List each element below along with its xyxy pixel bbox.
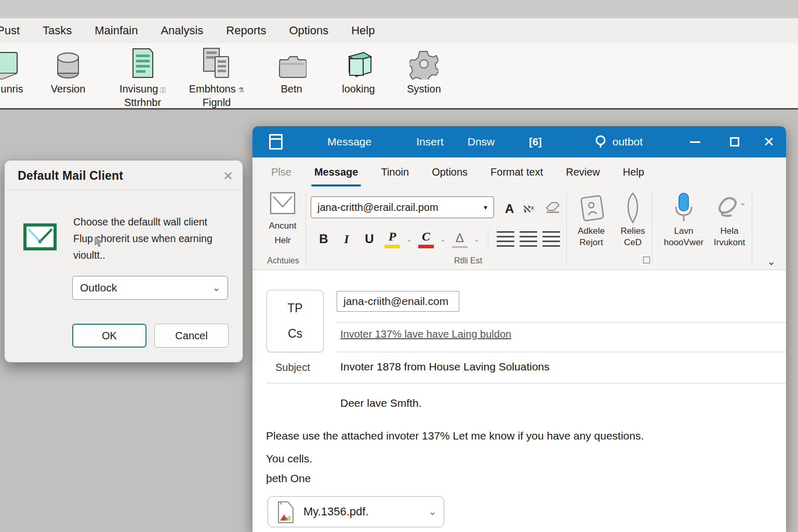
account-button[interactable]: Ancunt Helr xyxy=(262,191,303,246)
combo-dropdown-arrow-icon[interactable]: ▾ xyxy=(484,203,487,211)
menu-item-reports[interactable]: Reports xyxy=(226,24,266,37)
editor-swoosh-icon: ⌄ xyxy=(707,191,752,225)
clipped-green-icon xyxy=(0,47,28,79)
fontcolor-dropdown-icon[interactable]: ⌄ xyxy=(440,235,446,243)
dialog-launcher-icon[interactable] xyxy=(643,257,650,263)
tab-plse[interactable]: Plse xyxy=(266,159,297,185)
search-pin-icon[interactable] xyxy=(569,134,606,150)
toolbar-item-betn[interactable]: Betn xyxy=(268,47,315,95)
eraser-icon[interactable] xyxy=(543,201,561,217)
editor-button[interactable]: ⌄ Hela Irvukont xyxy=(707,191,752,248)
body-signature[interactable]: þeth One xyxy=(266,472,311,485)
underline-button[interactable]: U xyxy=(361,228,378,250)
field-divider xyxy=(267,383,786,383)
grow-font-button[interactable]: A xyxy=(505,202,514,216)
toolbar-item-unris[interactable]: unris xyxy=(0,47,35,95)
titlebar-insert-label[interactable]: Insert xyxy=(416,136,444,148)
subject-label: Subject xyxy=(275,362,310,374)
gear-icon xyxy=(409,47,438,79)
to-button[interactable]: TP xyxy=(287,301,302,315)
tab-options[interactable]: Options xyxy=(427,159,473,185)
field-divider xyxy=(337,322,786,323)
toolbar-item-looking[interactable]: looking xyxy=(334,47,383,95)
database-icon xyxy=(55,47,82,79)
align-left-icon[interactable] xyxy=(497,231,514,247)
mail-client-dropdown[interactable]: Outlock ⌄ xyxy=(72,276,228,300)
dialog-close-icon[interactable]: ✕ xyxy=(223,169,233,183)
from-address-combo[interactable]: jana-critth@erail.crail.pom ▾ xyxy=(311,196,494,218)
tab-review[interactable]: Review xyxy=(561,159,605,185)
field-divider xyxy=(337,352,786,352)
borders-button[interactable]: ∆ xyxy=(451,228,469,250)
menu-item-tasks[interactable]: Tasks xyxy=(43,24,72,37)
align-right-icon[interactable] xyxy=(542,231,560,247)
subject-field-value[interactable]: Invoter 1878 from House Laving Soluation… xyxy=(340,361,550,373)
toolbar: unris Version Invisung⚿ Sttrhnbr Embhton… xyxy=(0,43,798,110)
dialog-divider xyxy=(5,190,243,190)
menu-item-mainfain[interactable]: Mainfain xyxy=(95,24,138,37)
link-bracket-icon[interactable]: [6] xyxy=(529,136,541,148)
ok-button[interactable]: OK xyxy=(72,324,147,348)
cc-field-value[interactable]: Invoter 137% lave have Laing buldon xyxy=(340,328,511,340)
ribbon-separator xyxy=(566,192,567,264)
toolbar-item-label: Invisung⚿ xyxy=(119,83,166,96)
bold-button[interactable]: B xyxy=(315,228,332,250)
attachment-name: My.1356.pdf. xyxy=(303,505,369,518)
attachment-chevron-icon[interactable]: ⌄ xyxy=(429,506,436,517)
italic-button[interactable]: I xyxy=(338,228,355,250)
font-effects-button[interactable]: ℵˣ xyxy=(523,203,534,215)
folder-icon xyxy=(276,47,307,79)
mouse-cursor-icon xyxy=(94,236,103,250)
minimize-button[interactable] xyxy=(683,126,707,157)
tab-format-text[interactable]: Format text xyxy=(485,159,548,185)
borders-dropdown-icon[interactable]: ⌄ xyxy=(474,235,480,243)
maximize-button[interactable] xyxy=(723,126,747,157)
body-signoff[interactable]: You cells. xyxy=(266,453,312,465)
toolbar-item-label: Betn xyxy=(281,83,302,95)
microphone-icon xyxy=(660,191,708,225)
mail-titlebar[interactable]: Message Insert Dnsw [6] outbot ✕ xyxy=(252,126,786,157)
menu-item-options[interactable]: Options xyxy=(289,24,328,37)
recipient-address: jana-criith@enail.com xyxy=(343,295,448,308)
menu-item-analysis[interactable]: Analysis xyxy=(161,24,203,37)
chevron-down-icon: ⌄ xyxy=(212,282,220,294)
ribbon-tabs: Plse Message Tinoin Options Format text … xyxy=(252,157,786,187)
titlebar-draw-label[interactable]: Dnsw xyxy=(468,136,495,148)
svg-text:⌄: ⌄ xyxy=(739,198,746,207)
green-document-icon xyxy=(130,47,155,79)
adkele-rejort-button[interactable]: Adkele Rejort xyxy=(569,191,613,248)
mail-client-dropdown-value: Outlock xyxy=(80,282,117,294)
recipient-chip[interactable]: jana-criith@enail.com xyxy=(337,291,459,312)
toolbar-item-label2: Fignld xyxy=(203,96,231,109)
tab-tinoin[interactable]: Tinoin xyxy=(376,159,414,185)
titlebar-search-text[interactable]: outbot xyxy=(613,136,643,148)
highlight-dropdown-icon[interactable]: ⌄ xyxy=(406,235,412,243)
dictate-button[interactable]: Lavn hoooVwer xyxy=(660,191,708,248)
menu-item-pust[interactable]: Pust xyxy=(0,24,20,37)
cc-button[interactable]: Cs xyxy=(288,327,302,341)
cancel-button[interactable]: Cancel xyxy=(154,324,229,348)
tab-help[interactable]: Help xyxy=(618,159,649,185)
body-paragraph[interactable]: Please use the attached invoter 137% Let… xyxy=(266,430,644,442)
ribbon-separator xyxy=(652,192,653,264)
ribbon-separator xyxy=(305,192,306,264)
toolbar-item-version[interactable]: Version xyxy=(44,47,92,95)
close-button[interactable]: ✕ xyxy=(757,126,781,157)
menu-item-help[interactable]: Help xyxy=(351,24,375,37)
collapse-ribbon-chevron-icon[interactable]: ⌄ xyxy=(767,255,776,268)
relies-ced-button[interactable]: Relies CeD xyxy=(611,191,655,248)
toolbar-item-label: unris xyxy=(1,83,23,95)
titlebar-message-label[interactable]: Message xyxy=(327,136,371,148)
toolbar-item-systion[interactable]: Systion xyxy=(399,47,449,95)
toolbar-item-label: Systion xyxy=(407,83,441,95)
highlight-color-button[interactable]: P xyxy=(383,228,401,250)
from-address-value: jana-critth@erail.crail.pom xyxy=(317,202,438,214)
body-greeting[interactable]: Deer lave Smfth. xyxy=(340,397,421,409)
toolbar-item-embhtons[interactable]: Embhtons⚗ Fignld xyxy=(183,47,250,109)
tab-message[interactable]: Message xyxy=(309,159,364,185)
font-effects-row: A ℵˣ xyxy=(505,201,561,217)
attachment-chip[interactable]: My.1356.pdf. ⌄ xyxy=(268,496,444,527)
font-color-button[interactable]: C xyxy=(417,228,435,250)
toolbar-item-invisung[interactable]: Invisung⚿ Sttrhnbr xyxy=(110,47,175,109)
align-center-icon[interactable] xyxy=(520,231,537,247)
